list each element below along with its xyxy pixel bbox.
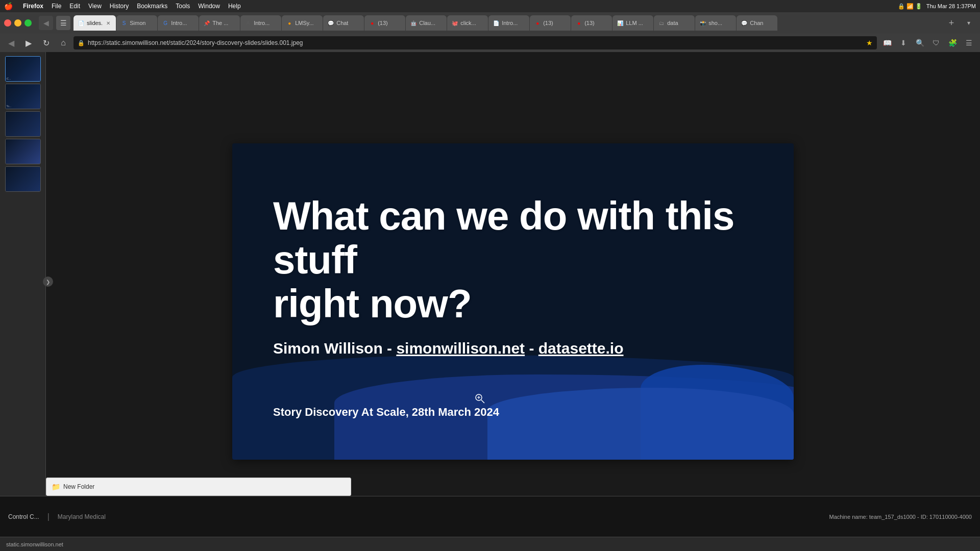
- download-button[interactable]: ⬇: [896, 36, 911, 50]
- tab-lms[interactable]: ● LMSy...: [282, 15, 323, 31]
- tab-data[interactable]: 🗂 data: [654, 15, 695, 31]
- shield-button[interactable]: 🛡: [929, 36, 943, 50]
- tab-favicon-chat: 💬: [327, 19, 334, 27]
- tab-the[interactable]: 📌 The ...: [199, 15, 240, 31]
- menubar-window[interactable]: Window: [198, 3, 220, 10]
- tab-label-slides: slides.: [87, 20, 103, 26]
- tab-close-slides[interactable]: ✕: [105, 19, 112, 27]
- tab-favicon-shot: 📸: [699, 19, 706, 27]
- slide-link-datasette[interactable]: datasette.io: [538, 340, 624, 357]
- maximize-button[interactable]: [24, 19, 32, 27]
- bottom-separator: |: [47, 512, 50, 521]
- menubar-edit[interactable]: Edit: [69, 3, 80, 10]
- new-folder-icon: 📁: [52, 483, 60, 491]
- slide-thumb-4[interactable]: [5, 139, 41, 164]
- menubar-clock: Thu Mar 28 1:37PM: [926, 3, 976, 9]
- slide-main-text: What can we do with this stuff right now…: [273, 194, 753, 357]
- folder-panel: 📁 New Folder: [46, 478, 351, 496]
- tab-label-chat: Chat: [336, 20, 348, 26]
- menubar-file[interactable]: File: [52, 3, 61, 10]
- tab-label-lms: LMSy...: [295, 20, 313, 26]
- tab-favicon-llm: 📊: [617, 19, 624, 27]
- slide-thumbnails-sidebar: iC... To...: [0, 52, 46, 551]
- slide-thumb-3[interactable]: [5, 111, 41, 137]
- tab-google[interactable]: G Intro...: [158, 15, 199, 31]
- slide-thumb-2[interactable]: To...: [5, 84, 41, 109]
- address-bar-row: ◀ ▶ ↻ ⌂ 🔒 https://static.simonwillison.n…: [0, 34, 980, 52]
- menubar-tools[interactable]: Tools: [176, 3, 190, 10]
- security-lock-icon: 🔒: [78, 40, 85, 46]
- tab-favicon-claude: 🤖: [410, 19, 417, 27]
- bottom-panel: Control C... | Maryland Medical Machine …: [0, 496, 980, 537]
- tab-label-13a: (13): [378, 20, 388, 26]
- tab-label-llm: LLM ...: [626, 20, 643, 26]
- slide-link-simonwillison[interactable]: simonwillison.net: [396, 340, 525, 357]
- tab-label-chan: Chan: [750, 20, 763, 26]
- reader-mode-button[interactable]: 📖: [880, 36, 894, 50]
- tab-slides[interactable]: 📄 slides. ✕: [74, 15, 116, 31]
- nav-reload-button[interactable]: ↻: [39, 36, 53, 50]
- control-label: Control C...: [8, 513, 39, 520]
- browser-window: ◀ ☰ 📄 slides. ✕ S Simon G Intro... 📌 The…: [0, 12, 980, 551]
- tabs-area: 📄 slides. ✕ S Simon G Intro... 📌 The ...…: [74, 15, 941, 31]
- menubar-bookmarks[interactable]: Bookmarks: [137, 3, 167, 10]
- slide-main: What can we do with this stuff right now…: [232, 143, 794, 460]
- minimize-button[interactable]: [14, 19, 21, 27]
- slide-headline: What can we do with this stuff right now…: [273, 194, 753, 325]
- tab-label-the: The ...: [212, 20, 228, 26]
- tab-simon[interactable]: S Simon: [116, 15, 157, 31]
- menubar-view[interactable]: View: [88, 3, 102, 10]
- menubar-firefox[interactable]: Firefox: [23, 3, 43, 10]
- nav-back-button[interactable]: ◀: [4, 36, 18, 50]
- tab-chan[interactable]: 💬 Chan: [737, 15, 777, 31]
- menubar-help[interactable]: Help: [228, 3, 241, 10]
- tab-favicon-click: 🐙: [451, 19, 458, 27]
- tab-llm[interactable]: 📊 LLM ...: [612, 15, 653, 31]
- tab-chat[interactable]: 💬 Chat: [323, 15, 364, 31]
- tab-favicon-intro3: 📄: [493, 19, 500, 27]
- nav-home-button[interactable]: ⌂: [56, 36, 70, 50]
- tab-intro3[interactable]: 📄 Intro...: [488, 15, 529, 31]
- address-bar[interactable]: 🔒 https://static.simonwillison.net/stati…: [74, 36, 877, 49]
- back-button[interactable]: ◀: [39, 16, 53, 30]
- menu-button[interactable]: ☰: [962, 36, 976, 50]
- sidebar-toggle-button[interactable]: ☰: [56, 16, 70, 30]
- tab-click[interactable]: 🐙 click...: [447, 15, 488, 31]
- slide-thumb-5[interactable]: [5, 166, 41, 192]
- tab-favicon-slides: 📄: [78, 19, 85, 27]
- nav-forward-button[interactable]: ▶: [21, 36, 36, 50]
- menubar-right-area: 🔒 📶 🔋 Thu Mar 28 1:37PM: [898, 3, 976, 10]
- tab-label-claude: Clau...: [419, 20, 435, 26]
- tab-favicon-intro2: A: [244, 19, 252, 27]
- close-button[interactable]: [4, 19, 11, 27]
- slide-headline-line2: right now?: [273, 281, 472, 326]
- slide-view: What can we do with this stuff right now…: [46, 52, 980, 551]
- tab-13a[interactable]: ● (13): [364, 15, 405, 31]
- slide-thumb-1[interactable]: iC...: [5, 56, 41, 82]
- new-tab-button[interactable]: +: [944, 16, 959, 30]
- tab-13b[interactable]: ● (13): [530, 15, 571, 31]
- thumb-label-2: To...: [7, 105, 11, 108]
- tab-label-intro2: Intro...: [254, 20, 270, 26]
- extensions-button[interactable]: 🧩: [945, 36, 960, 50]
- apple-menu-icon[interactable]: 🍎: [4, 2, 13, 10]
- menubar-icons: 🔒 📶 🔋: [898, 3, 922, 10]
- sidebar-collapse-button[interactable]: ❯: [43, 277, 46, 287]
- menubar: 🍎 Firefox File Edit View History Bookmar…: [0, 0, 980, 12]
- tab-intro2[interactable]: A Intro...: [240, 15, 281, 31]
- menubar-history[interactable]: History: [110, 3, 129, 10]
- status-bar: static.simonwillison.net: [0, 537, 980, 551]
- traffic-lights: [4, 19, 32, 27]
- slide-author: Simon Willison -: [273, 340, 396, 357]
- bookmark-star-icon[interactable]: ★: [866, 39, 873, 47]
- tab-bar: ◀ ☰ 📄 slides. ✕ S Simon G Intro... 📌 The…: [0, 12, 980, 34]
- tab-label-click: click...: [460, 20, 476, 26]
- tab-label-intro3: Intro...: [502, 20, 518, 26]
- tab-claude[interactable]: 🤖 Clau...: [406, 15, 447, 31]
- tab-favicon-simon: S: [120, 19, 128, 27]
- tab-13c[interactable]: ● (13): [571, 15, 612, 31]
- thumb-label-1: iC...: [7, 77, 11, 80]
- tab-shot[interactable]: 📸 sho...: [695, 15, 736, 31]
- zoom-button[interactable]: 🔍: [913, 36, 927, 50]
- tab-list-button[interactable]: ▾: [962, 16, 976, 30]
